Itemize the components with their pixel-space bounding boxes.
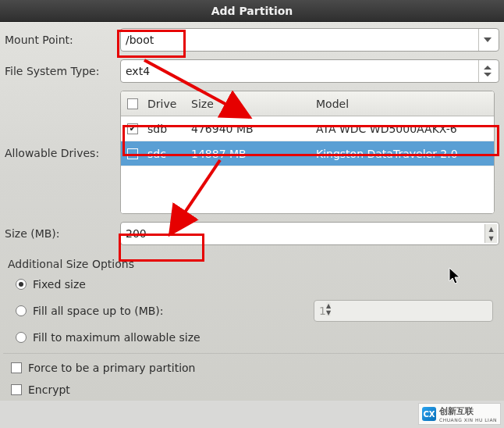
fs-type-value: ext4: [126, 65, 150, 77]
watermark: CX 创新互联 CHUANG XIN HU LIAN: [418, 403, 501, 425]
row-checkbox[interactable]: [127, 123, 138, 134]
watermark-sub: CHUANG XIN HU LIAN: [439, 417, 497, 423]
size-spinbox[interactable]: 200 ▲ ▼: [120, 222, 499, 245]
cell-model: ATA WDC WD5000AAKX-6: [316, 123, 494, 135]
watermark-logo-icon: CX: [422, 407, 436, 421]
row-checkbox[interactable]: [127, 148, 138, 159]
force-primary-label: Force to be a primary partition: [28, 362, 195, 374]
fs-type-combo[interactable]: ext4: [120, 59, 499, 83]
mount-point-combo[interactable]: /boot: [120, 28, 499, 52]
window-title: Add Partition: [211, 5, 293, 17]
allowable-drives-label: Allowable Drives:: [3, 91, 120, 159]
additional-size-header: Additional Size Options: [3, 253, 504, 273]
col-header-model[interactable]: Model: [316, 98, 494, 110]
radio-fill-max-row[interactable]: Fill to maximum allowable size: [3, 326, 504, 348]
drive-table-header: Drive Size Model: [121, 91, 494, 116]
cell-model: Kingston DataTraveler 2.0: [316, 148, 494, 160]
radio-fill-up-to-label: Fill all space up to (MB):: [33, 305, 164, 317]
mount-point-value: /boot: [126, 34, 154, 46]
fill-up-to-spinbox: 1 ▲ ▼: [314, 300, 493, 322]
radio-fill-up-to[interactable]: [16, 305, 27, 316]
fill-up-to-value: 1: [319, 305, 326, 317]
cell-size: 14887 MB: [191, 148, 316, 160]
size-value: 200: [126, 227, 147, 240]
radio-fixed-size[interactable]: [16, 279, 27, 290]
spin-up-icon[interactable]: ▲: [485, 224, 497, 234]
radio-fixed-size-row[interactable]: Fixed size: [3, 273, 504, 295]
size-label: Size (MB):: [3, 227, 120, 240]
radio-fill-max[interactable]: [16, 332, 27, 343]
watermark-text: 创新互联: [439, 405, 497, 417]
encrypt-row[interactable]: Encrypt: [3, 379, 504, 401]
cell-drive: sdc: [144, 148, 191, 160]
window-titlebar: Add Partition: [0, 0, 504, 22]
cell-size: 476940 MB: [191, 123, 316, 135]
spin-down-icon[interactable]: ▼: [485, 234, 497, 243]
drive-table: Drive Size Model sdb476940 MBATA WDC WD5…: [120, 91, 495, 214]
cell-drive: sdb: [144, 123, 191, 135]
force-primary-checkbox[interactable]: [11, 362, 22, 373]
force-primary-row[interactable]: Force to be a primary partition: [3, 353, 504, 379]
table-row[interactable]: sdc14887 MBKingston DataTraveler 2.0: [121, 141, 494, 166]
table-row[interactable]: sdb476940 MBATA WDC WD5000AAKX-6: [121, 116, 494, 141]
chevron-down-icon[interactable]: [478, 29, 495, 51]
drive-table-empty: [121, 166, 494, 213]
encrypt-label: Encrypt: [28, 383, 70, 396]
spin-up-icon: ▲: [326, 302, 331, 309]
dialog-content: Mount Point: /boot File System Type: ext…: [0, 22, 504, 401]
fs-type-label: File System Type:: [3, 65, 120, 77]
radio-fill-up-to-row[interactable]: Fill all space up to (MB): 1 ▲ ▼: [3, 295, 504, 326]
radio-fixed-size-label: Fixed size: [33, 278, 86, 291]
col-header-size[interactable]: Size: [191, 98, 316, 110]
col-header-drive[interactable]: Drive: [144, 98, 191, 110]
encrypt-checkbox[interactable]: [11, 384, 22, 395]
mount-point-label: Mount Point:: [3, 34, 120, 46]
radio-fill-max-label: Fill to maximum allowable size: [33, 331, 201, 344]
header-checkbox[interactable]: [127, 98, 138, 109]
spin-down-icon: ▼: [326, 309, 331, 316]
updown-icon[interactable]: [478, 60, 495, 82]
